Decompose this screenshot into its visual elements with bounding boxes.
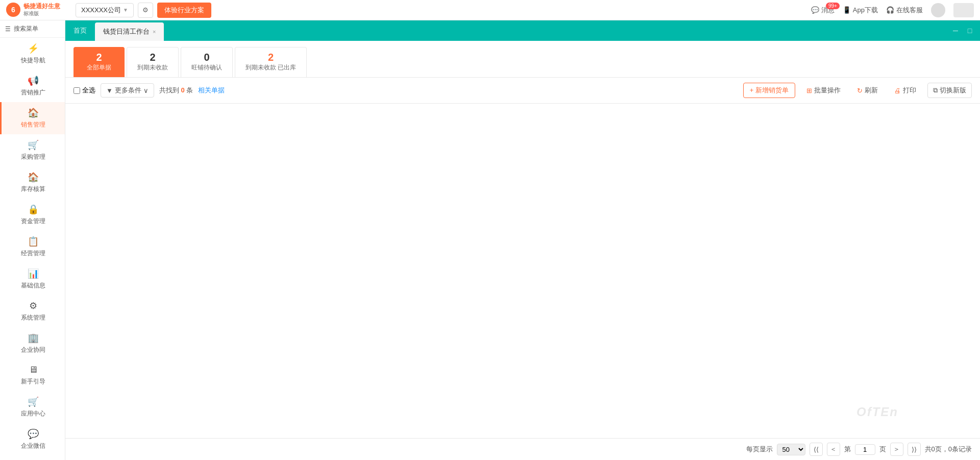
guide-icon: 🖥 (29, 365, 38, 375)
stat-label-all: 全部单据 (87, 64, 111, 71)
online-support-label: 在线客服 (896, 6, 923, 15)
app-download-label: App下载 (853, 6, 878, 15)
tab-active[interactable]: 钱货日清工作台 × (95, 22, 164, 41)
search-menu-item[interactable]: ☰ 搜索菜单 (0, 20, 65, 38)
sidebar-item-label: 系统管理 (21, 313, 45, 322)
sidebar-item-member[interactable]: ▽ 畅会员 (0, 455, 65, 460)
switch-version-button[interactable]: ⧉ 切换新版 (927, 83, 972, 98)
sidebar-item-label: 企业微信 (21, 442, 45, 450)
download-icon: 📱 (843, 6, 851, 14)
support-icon: 🎧 (886, 6, 894, 14)
tab-minimize-button[interactable]: ─ (949, 25, 962, 37)
sidebar-item-label: 营销推广 (21, 88, 45, 97)
page-suffix: 页 (879, 445, 886, 454)
online-support-button[interactable]: 🎧 在线客服 (886, 6, 923, 15)
app-download-button[interactable]: 📱 App下载 (843, 6, 878, 15)
sidebar-item-cooperation[interactable]: 🏢 企业协同 (0, 327, 65, 359)
minimize-icon: ─ (953, 27, 958, 35)
batch-icon: ⊞ (806, 87, 812, 94)
company-selector[interactable]: XXXXXX公司 ▼ (76, 3, 134, 17)
sidebar-item-system[interactable]: ⚙ 系统管理 (0, 295, 65, 327)
settings-button[interactable]: ⚙ (138, 3, 153, 18)
stat-tab-pending[interactable]: 0 旺铺待确认 (181, 47, 233, 77)
logo-icon: 6 (6, 3, 20, 17)
system-icon: ⚙ (29, 300, 37, 311)
tab-maximize-button[interactable]: □ (964, 25, 976, 37)
trial-button[interactable]: 体验行业方案 (157, 3, 211, 18)
sidebar-item-purchase[interactable]: 🛒 采购管理 (0, 134, 65, 166)
sidebar-item-finance[interactable]: 🔒 资金管理 (0, 199, 65, 231)
inventory-icon: 🏠 (28, 172, 39, 183)
page-input[interactable] (855, 444, 875, 455)
related-records-link[interactable]: 相关单据 (198, 86, 225, 95)
sidebar-item-operations[interactable]: 📋 经营管理 (0, 231, 65, 263)
purchase-icon: 🛒 (28, 139, 39, 151)
select-all-input[interactable] (74, 87, 80, 94)
found-count: 0 (181, 86, 185, 94)
user-name-area[interactable] (953, 3, 974, 17)
sidebar-item-label: 资金管理 (21, 217, 45, 226)
filter-button[interactable]: ▼ 更多条件 ∨ (101, 83, 154, 98)
print-button[interactable]: 🖨 打印 (889, 83, 921, 98)
sidebar-item-label: 企业协同 (21, 346, 45, 354)
pagination-bar: 每页显示 50 100 200 ⟨⟨ ＜ 第 页 ＞ ⟩⟩ 共0页，0条记录 (65, 438, 980, 460)
stat-num-all: 2 (84, 52, 114, 63)
batch-operation-button[interactable]: ⊞ 批量操作 (801, 83, 846, 98)
stats-tabs: 2 全部单据 2 到期未收款 0 旺铺待确认 2 到期未收款 已出库 (65, 41, 980, 78)
found-suffix: 条 (186, 86, 193, 94)
content-area: 首页 钱货日清工作台 × ─ □ 2 全部单据 (65, 20, 980, 460)
add-sale-button[interactable]: + 新增销货单 (743, 83, 795, 98)
stat-tab-out[interactable]: 2 到期未收款 已出库 (235, 47, 307, 77)
stat-tab-overdue[interactable]: 2 到期未收款 (127, 47, 179, 77)
stat-num-overdue: 2 (137, 52, 168, 63)
marketing-icon: 📢 (28, 75, 39, 86)
sidebar-item-quick-nav[interactable]: ⚡ 快捷导航 (0, 38, 65, 70)
per-page-select[interactable]: 50 100 200 (777, 444, 805, 455)
tab-bar: 首页 钱货日清工作台 × ─ □ (65, 20, 980, 41)
sidebar-item-apps[interactable]: 🛒 应用中心 (0, 391, 65, 423)
messages-button[interactable]: 💬 消息 99+ (811, 6, 835, 15)
sidebar-item-sales[interactable]: 🏠 销售管理 (0, 102, 65, 134)
operations-icon: 📋 (28, 236, 39, 247)
search-menu-icon: ☰ (5, 26, 11, 33)
stat-tab-all[interactable]: 2 全部单据 (74, 47, 125, 77)
gear-icon: ⚙ (142, 6, 149, 14)
sales-icon: 🏠 (28, 107, 39, 118)
table-area (65, 104, 980, 438)
select-all-checkbox[interactable]: 全选 (74, 86, 95, 95)
stat-label-overdue: 到期未收款 (137, 64, 168, 71)
filter-icon: ▼ (106, 87, 113, 94)
toolbar: 全选 ▼ 更多条件 ∨ 共找到 0 条 相关单据 + 新增销货单 (65, 78, 980, 104)
sidebar-item-label: 基础信息 (21, 281, 45, 290)
stat-label-out: 到期未收款 已出库 (246, 64, 296, 71)
filter-arrow-icon: ∨ (143, 87, 149, 94)
print-icon: 🖨 (894, 87, 901, 94)
basic-icon: 📊 (28, 268, 39, 279)
refresh-button[interactable]: ↻ 刷新 (852, 83, 883, 98)
select-all-label: 全选 (82, 86, 95, 95)
prev-page-button[interactable]: ＜ (827, 443, 840, 456)
sidebar-item-label: 销售管理 (21, 120, 45, 129)
top-bar-right: 💬 消息 99+ 📱 App下载 🎧 在线客服 (811, 3, 974, 17)
filter-label: 更多条件 (115, 86, 141, 95)
logo-title: 畅捷通好生意 (23, 3, 60, 10)
sidebar-item-guide[interactable]: 🖥 新手引导 (0, 359, 65, 391)
switch-icon: ⧉ (933, 86, 938, 94)
sidebar-item-label: 采购管理 (21, 153, 45, 161)
page-label: 第 (844, 445, 851, 454)
top-bar: 6 畅捷通好生意 标准版 XXXXXX公司 ▼ ⚙ 体验行业方案 💬 消息 99… (0, 0, 980, 20)
wechat-icon: 💬 (28, 428, 39, 440)
sidebar-item-marketing[interactable]: 📢 营销推广 (0, 70, 65, 102)
next-page-button[interactable]: ＞ (890, 443, 903, 456)
user-avatar[interactable] (931, 3, 945, 17)
message-icon: 💬 (811, 6, 819, 14)
sidebar-item-basic[interactable]: 📊 基础信息 (0, 263, 65, 295)
tab-close-button[interactable]: × (153, 29, 156, 35)
cooperation-icon: 🏢 (28, 332, 39, 344)
tab-home[interactable]: 首页 (65, 20, 95, 41)
first-page-button[interactable]: ⟨⟨ (810, 443, 823, 456)
sidebar-item-inventory[interactable]: 🏠 库存核算 (0, 166, 65, 199)
sidebar-item-wechat[interactable]: 💬 企业微信 (0, 423, 65, 455)
last-page-button[interactable]: ⟩⟩ (908, 443, 921, 456)
company-name: XXXXXX公司 (81, 6, 121, 15)
